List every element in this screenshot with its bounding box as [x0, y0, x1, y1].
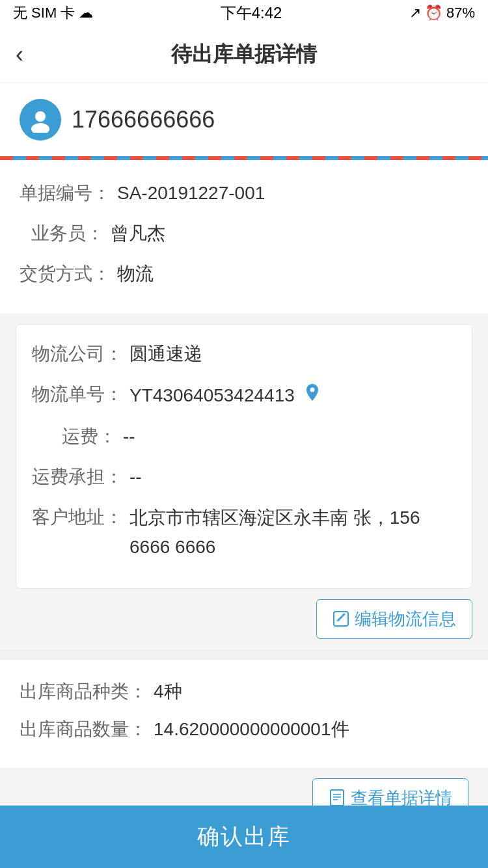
goods-section: 出库商品种类： 4种 出库商品数量： 14.620000000000001件	[0, 660, 488, 768]
freight-row: 运费： --	[32, 423, 456, 450]
order-number-label: 单据编号：	[20, 180, 111, 207]
logistics-company-row: 物流公司： 圆通速递	[32, 340, 456, 368]
goods-quantity-value: 14.620000000000001件	[147, 717, 349, 742]
logistics-company-value: 圆通速递	[123, 340, 456, 368]
edit-logistics-container: 编辑物流信息	[0, 599, 488, 649]
status-left: 无 SIM 卡 ☁	[13, 3, 93, 23]
goods-category-label: 出库商品种类：	[20, 679, 147, 704]
edit-logistics-button[interactable]: 编辑物流信息	[316, 599, 472, 639]
svg-rect-4	[331, 790, 344, 806]
confirm-btn-container[interactable]: 确认出库	[0, 806, 488, 868]
user-phone: 17666666666	[72, 106, 215, 133]
edit-icon	[332, 610, 349, 627]
status-bar: 无 SIM 卡 ☁ 下午4:42 ↗ ⏰ 87%	[0, 0, 488, 26]
tracking-number-text: YT43064053424413	[129, 382, 295, 409]
address-label: 客户地址：	[32, 504, 123, 531]
battery-text: ↗ ⏰ 87%	[409, 5, 475, 21]
delivery-method-value: 物流	[111, 260, 468, 288]
edit-logistics-label: 编辑物流信息	[355, 608, 456, 631]
svg-point-0	[35, 111, 46, 122]
salesperson-row: 业务员： 曾凡杰	[20, 220, 468, 247]
tracking-row: 物流单号： YT43064053424413	[32, 381, 456, 410]
goods-category-row: 出库商品种类： 4种	[20, 679, 468, 704]
logistics-company-label: 物流公司：	[32, 340, 123, 368]
svg-point-2	[310, 388, 314, 392]
status-time: 下午4:42	[221, 3, 282, 23]
tracking-value: YT43064053424413	[123, 381, 456, 410]
confirm-button-label: 确认出库	[197, 822, 291, 852]
document-icon	[329, 789, 346, 806]
salesperson-label: 业务员：	[20, 220, 104, 247]
order-number-value: SA-20191227-001	[111, 180, 468, 207]
sim-text: 无 SIM 卡 ☁	[13, 3, 93, 23]
goods-quantity-label: 出库商品数量：	[20, 717, 147, 742]
section-divider	[0, 649, 488, 660]
freight-label: 运费：	[32, 423, 116, 450]
user-row: 17666666666	[0, 83, 488, 156]
user-icon	[27, 107, 53, 133]
salesperson-value: 曾凡杰	[104, 220, 468, 247]
freight-bearer-label: 运费承担：	[32, 463, 123, 491]
page-title: 待出库单据详情	[171, 40, 317, 69]
status-right: ↗ ⏰ 87%	[409, 5, 475, 21]
goods-quantity-row: 出库商品数量： 14.620000000000001件	[20, 717, 468, 742]
goods-category-value: 4种	[147, 679, 182, 704]
freight-bearer-value: --	[123, 463, 456, 491]
freight-bearer-row: 运费承担： --	[32, 463, 456, 491]
location-icon[interactable]	[303, 381, 322, 410]
delivery-method-label: 交货方式：	[20, 260, 111, 288]
order-number-row: 单据编号： SA-20191227-001	[20, 180, 468, 207]
back-button[interactable]: ‹	[16, 41, 23, 68]
freight-value: --	[116, 423, 456, 450]
basic-info-section: 单据编号： SA-20191227-001 业务员： 曾凡杰 交货方式： 物流	[0, 160, 488, 314]
nav-bar: ‹ 待出库单据详情	[0, 26, 488, 83]
address-row: 客户地址： 北京市市辖区海淀区永丰南 张，156 6666 6666	[32, 504, 456, 562]
logistics-card: 物流公司： 圆通速递 物流单号： YT43064053424413 运费： --…	[16, 324, 472, 589]
address-value: 北京市市辖区海淀区永丰南 张，156 6666 6666	[123, 504, 456, 562]
delivery-method-row: 交货方式： 物流	[20, 260, 468, 288]
svg-point-1	[31, 123, 49, 133]
avatar	[20, 99, 61, 141]
tracking-label: 物流单号：	[32, 381, 123, 408]
